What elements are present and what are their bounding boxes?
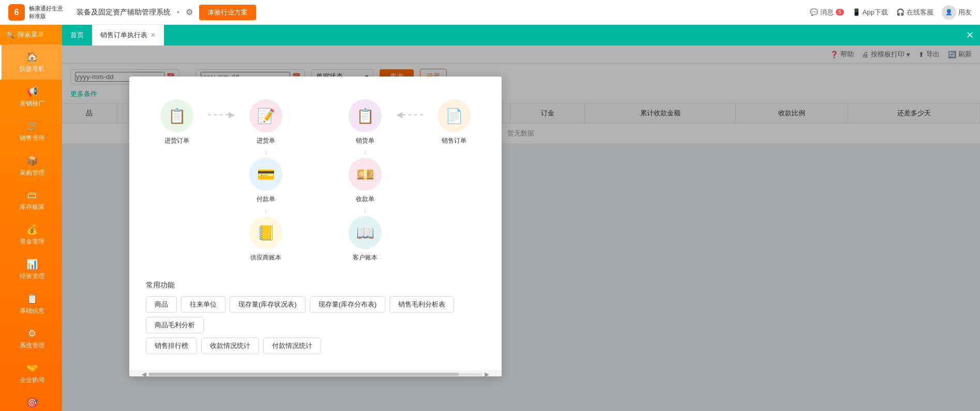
flow-purchase-bill[interactable]: 📝 进货单 <box>235 99 297 145</box>
logo-text: 畅康通好生意 标准版 <box>29 5 63 20</box>
receipt-circle: 💴 <box>349 158 382 191</box>
func-sales-margin[interactable]: 销售毛利分析表 <box>389 296 454 313</box>
main-content: ❓ 帮助 🖨 按模板打印 ▾ ⬆ 导出 🔄 刷新 <box>62 45 980 411</box>
phone-icon: 📱 <box>852 8 861 16</box>
customer-circle: 📖 <box>349 216 382 249</box>
tab-home[interactable]: 首页 <box>62 25 92 45</box>
flow-purchase-order[interactable]: 📋 进货订单 <box>146 99 208 145</box>
marketing-icon: 📢 <box>26 86 38 97</box>
purchase-bill-circle: 📝 <box>249 99 282 132</box>
payment-circle: 💳 <box>249 158 282 191</box>
func-product[interactable]: 商品 <box>146 296 177 313</box>
function-buttons-row1: 商品 往来单位 现存量(库存状况表) 现存量(库存分布表) 销售毛利分析表 商品… <box>146 296 485 333</box>
common-functions-section: 常用功能 商品 往来单位 现存量(库存状况表) 现存量(库存分布表) 销售毛利分… <box>146 272 485 358</box>
system-dropdown-icon[interactable]: ▾ <box>177 9 179 15</box>
sidebar-item-finance[interactable]: 💰 资金管理 <box>0 218 62 252</box>
sidebar-item-system[interactable]: ⚙ 系统管理 <box>0 322 62 356</box>
message-button[interactable]: 💬 消息 5 <box>810 8 844 17</box>
sidebar-item-marketing[interactable]: 📢 营销推广 <box>0 80 62 114</box>
scroll-right-icon[interactable]: ▶ <box>483 371 491 377</box>
purchase-icon: 📦 <box>26 155 38 166</box>
search-menu-button[interactable]: 🔍 搜索菜单 <box>0 25 62 45</box>
enterprise-icon: 🤝 <box>26 362 38 374</box>
system-icon: ⚙ <box>28 328 36 339</box>
flow-supplier[interactable]: 📒 供应商账本 <box>235 216 297 262</box>
tab-sales-order-exec[interactable]: 销售订单执行表 ✕ <box>92 25 164 45</box>
trial-button[interactable]: 体验行业方案 <box>199 5 256 20</box>
func-payment-stats[interactable]: 付款情况统计 <box>263 338 321 354</box>
flow-payment[interactable]: 💳 付款单 <box>235 158 297 204</box>
content-area: 首页 销售订单执行表 ✕ ✕ ❓ 帮助 🖨 按模板打印 ▾ <box>62 25 980 411</box>
purchase-order-circle: 📋 <box>160 99 193 132</box>
flow-left-col: 📋 进货订单 <box>146 99 208 145</box>
scrollbar-thumb[interactable] <box>148 373 459 376</box>
sidebar: 🔍 搜索菜单 🏠 快捷导航 📢 营销推广 🛒 销售管理 📦 采购管理 🗃 库存核… <box>0 25 62 411</box>
main-layout: 🔍 搜索菜单 🏠 快捷导航 📢 营销推广 🛒 销售管理 📦 采购管理 🗃 库存核… <box>0 25 980 411</box>
modal-box: 📋 进货订单 ▶ <box>129 77 502 376</box>
flow-arrow-1: ▶ <box>208 110 235 119</box>
tab-close-icon[interactable]: ✕ <box>150 32 156 39</box>
finance-icon: 💰 <box>26 224 38 235</box>
basic-info-icon: 📋 <box>26 293 38 305</box>
func-product-margin[interactable]: 商品毛利分析 <box>146 317 204 333</box>
sidebar-item-enterprise[interactable]: 🤝 企业协同 <box>0 356 62 391</box>
sidebar-item-inventory[interactable]: 🗃 库存核算 <box>0 184 62 218</box>
sidebar-item-sales[interactable]: 🛒 销售管理 <box>0 114 62 149</box>
flow-sales-bill[interactable]: 📋 销货单 <box>334 99 396 145</box>
sidebar-item-basic-info[interactable]: 📋 基础信息 <box>0 287 62 322</box>
common-functions-title: 常用功能 <box>146 281 485 290</box>
system-title: 装备及固定资产辅助管理系统 <box>77 8 171 17</box>
tab-close-window-icon[interactable]: ✕ <box>966 29 974 41</box>
modal-scrollbar[interactable]: ◀ ▶ <box>129 371 502 376</box>
flow-customer[interactable]: 📖 客户账本 <box>334 216 396 262</box>
sidebar-item-purchase[interactable]: 📦 采购管理 <box>0 149 62 184</box>
supplier-circle: 📒 <box>249 216 282 249</box>
modal-overlay: 📋 进货订单 ▶ <box>62 45 980 411</box>
flow-sales-order[interactable]: 📄 销售订单 <box>423 99 485 145</box>
flow-receipt[interactable]: 💴 收款单 <box>334 158 396 204</box>
message-icon: 💬 <box>810 8 818 16</box>
func-sales-rank[interactable]: 销售排行榜 <box>146 338 197 354</box>
func-receipt-stats[interactable]: 收款情况统计 <box>201 338 259 354</box>
sidebar-item-quick-nav[interactable]: 🏠 快捷导航 <box>0 45 62 80</box>
guide-icon: 🎯 <box>26 397 38 408</box>
tab-bar: 首页 销售订单执行表 ✕ ✕ <box>62 25 980 45</box>
search-icon: 🔍 <box>6 31 14 39</box>
top-header: 6 畅康通好生意 标准版 装备及固定资产辅助管理系统 ▾ ⚙ 体验行业方案 💬 … <box>0 0 980 25</box>
settings-icon[interactable]: ⚙ <box>186 7 193 17</box>
modal-content: 📋 进货订单 ▶ <box>129 77 502 371</box>
headset-icon: 🎧 <box>896 8 904 16</box>
func-stock-dist[interactable]: 现存量(库存分布表) <box>310 296 386 313</box>
message-badge: 5 <box>836 9 844 16</box>
operations-icon: 📊 <box>26 258 38 270</box>
header-actions: 💬 消息 5 📱 App下载 🎧 在线客服 👤 用友 <box>810 5 972 20</box>
flow-arrow-2: ◀ <box>396 110 423 119</box>
flow-purchase-bill-col: 📝 进货单 ↓ 💳 付款单 <box>235 99 297 262</box>
sales-icon: 🛒 <box>26 120 38 132</box>
sales-bill-circle: 📋 <box>349 99 382 132</box>
home-icon: 🏠 <box>26 51 38 63</box>
scroll-left-icon[interactable]: ◀ <box>140 371 148 377</box>
logo-icon: 6 <box>8 4 25 21</box>
scrollbar-track <box>148 373 483 376</box>
func-stock-status[interactable]: 现存量(库存状况表) <box>230 296 306 313</box>
func-units[interactable]: 往来单位 <box>181 296 225 313</box>
flow-section: 📋 进货订单 ▶ <box>146 89 485 272</box>
flow-sales-order-col: 📄 销售订单 <box>423 99 485 145</box>
user-menu[interactable]: 👤 用友 <box>942 5 972 20</box>
logo-area: 6 畅康通好生意 标准版 <box>8 4 70 21</box>
function-buttons-row2: 销售排行榜 收款情况统计 付款情况统计 <box>146 338 485 354</box>
sidebar-item-operations[interactable]: 📊 经营管理 <box>0 252 62 287</box>
sidebar-item-guide[interactable]: 🎯 新手引导 <box>0 391 62 411</box>
user-avatar: 👤 <box>942 5 956 20</box>
sales-order-circle: 📄 <box>438 99 471 132</box>
inventory-icon: 🗃 <box>27 190 37 201</box>
flow-sales-bill-col: 📋 销货单 ↓ 💴 收款单 ↓ <box>334 99 396 262</box>
online-service-button[interactable]: 🎧 在线客服 <box>896 8 933 17</box>
app-download-button[interactable]: 📱 App下载 <box>852 8 888 17</box>
